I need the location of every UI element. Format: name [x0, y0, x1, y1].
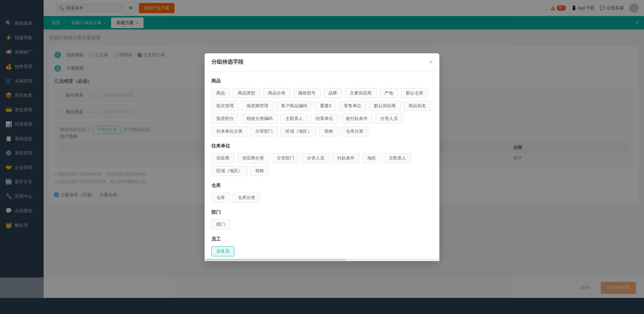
section-tags-1: 供应商供应商分类分管部门分管人员付款条件地区主联系人区域（地区）简称 — [211, 153, 433, 176]
field-tag-1-6[interactable]: 主联系人 — [384, 153, 411, 163]
field-tag-0-8[interactable]: 批次管理 — [211, 101, 239, 111]
modal-close-button[interactable]: × — [429, 59, 433, 66]
field-tag-0-1[interactable]: 商品类型 — [233, 88, 260, 98]
field-tag-0-20[interactable]: 分管人员 — [375, 114, 403, 124]
field-tag-0-16[interactable]: 税收分类编码 — [241, 114, 278, 124]
scroll-thumb — [205, 259, 345, 260]
field-tag-3-0[interactable]: 部门 — [211, 219, 230, 230]
section-tags-3: 部门 — [211, 219, 433, 230]
field-tag-1-7[interactable]: 区域（地区） — [211, 166, 248, 176]
field-tag-0-25[interactable]: 仓库分类 — [341, 126, 368, 136]
horizontal-scrollbar[interactable] — [205, 258, 439, 261]
field-tag-0-5[interactable]: 主要供应商 — [345, 88, 377, 98]
field-tag-1-5[interactable]: 地区 — [362, 153, 381, 163]
field-tag-0-13[interactable]: 默认供应商 — [369, 101, 401, 111]
field-tag-0-17[interactable]: 主联系人 — [280, 114, 308, 124]
modal-dialog: 分组待选字段 × 商品商品商品类型商品分类规格型号品牌主要供应商产地默认仓库批次… — [205, 53, 439, 261]
field-tag-4-0[interactable]: 业务员 — [211, 246, 234, 256]
field-tag-0-0[interactable]: 商品 — [211, 88, 230, 98]
modal-header: 分组待选字段 × — [205, 53, 439, 71]
modal-section-4: 员工业务员 — [211, 236, 433, 256]
field-tag-1-0[interactable]: 供应商 — [211, 153, 234, 163]
modal-section-2: 仓库仓库仓库分类 — [211, 183, 433, 203]
field-tag-2-1[interactable]: 仓库分类 — [233, 193, 260, 203]
field-tag-1-3[interactable]: 分管人员 — [302, 153, 329, 163]
section-tags-0: 商品商品类型商品分类规格型号品牌主要供应商产地默认仓库批次管理保质期管理客户商品… — [211, 88, 433, 136]
field-tag-0-10[interactable]: 客户商品编码 — [276, 101, 312, 111]
section-title-4: 员工 — [211, 236, 433, 242]
field-tag-1-1[interactable]: 供应商分类 — [237, 153, 269, 163]
modal-scroll-bottom — [205, 259, 439, 261]
field-tag-0-7[interactable]: 默认仓库 — [401, 88, 428, 98]
section-title-3: 部门 — [211, 209, 433, 215]
section-tags-4: 业务员 — [211, 246, 433, 256]
field-tag-0-21[interactable]: 往来单位分类 — [211, 126, 248, 136]
field-tag-0-9[interactable]: 保质期管理 — [241, 101, 273, 111]
section-title-1: 往来单位 — [211, 143, 433, 149]
field-tag-0-11[interactable]: 重量3 — [315, 101, 336, 111]
modal-title: 分组待选字段 — [211, 59, 244, 66]
field-tag-0-2[interactable]: 商品分类 — [263, 88, 290, 98]
field-tag-1-4[interactable]: 付款条件 — [332, 153, 360, 163]
field-tag-1-8[interactable]: 简称 — [250, 166, 269, 176]
field-tag-0-22[interactable]: 分管部门 — [250, 126, 278, 136]
modal-section-0: 商品商品商品类型商品分类规格型号品牌主要供应商产地默认仓库批次管理保质期管理客户… — [211, 78, 433, 136]
field-tag-0-15[interactable]: 拣货积分 — [211, 114, 239, 124]
field-tag-0-14[interactable]: 商品别名 — [404, 101, 431, 111]
modal-overlay[interactable]: 分组待选字段 × 商品商品商品类型商品分类规格型号品牌主要供应商产地默认仓库批次… — [0, 0, 644, 314]
field-tag-0-18[interactable]: 结算单位 — [311, 114, 338, 124]
field-tag-0-23[interactable]: 区域（地区） — [280, 126, 317, 136]
field-tag-0-19[interactable]: 收付款条件 — [341, 114, 373, 124]
modal-section-3: 部门部门 — [211, 209, 433, 230]
modal-body: 商品商品商品类型商品分类规格型号品牌主要供应商产地默认仓库批次管理保质期管理客户… — [205, 71, 439, 259]
modal-section-1: 往来单位供应商供应商分类分管部门分管人员付款条件地区主联系人区域（地区）简称 — [211, 143, 433, 176]
section-title-2: 仓库 — [211, 183, 433, 189]
section-tags-2: 仓库仓库分类 — [211, 193, 433, 203]
field-tag-0-3[interactable]: 规格型号 — [293, 88, 321, 98]
field-tag-0-12[interactable]: 零售单位 — [339, 101, 366, 111]
field-tag-0-4[interactable]: 品牌 — [323, 88, 342, 98]
section-title-0: 商品 — [211, 78, 433, 84]
field-tag-2-0[interactable]: 仓库 — [211, 193, 230, 203]
field-tag-0-6[interactable]: 产地 — [379, 88, 398, 98]
field-tag-1-2[interactable]: 分管部门 — [272, 153, 299, 163]
field-tag-0-24[interactable]: 简称 — [319, 126, 338, 136]
